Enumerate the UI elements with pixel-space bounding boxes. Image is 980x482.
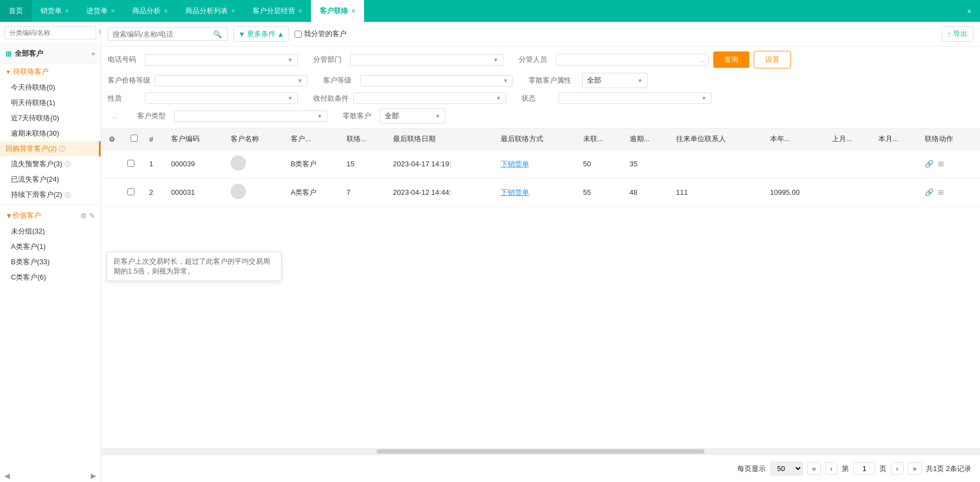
sidebar-item-b-class[interactable]: B类客户(33)	[0, 254, 101, 270]
filter-row-4: ... 客户类型 ▼ 零散客户 全部 ▼	[108, 108, 973, 124]
close-sales-order-icon[interactable]: ×	[65, 7, 69, 15]
scroll-thumb[interactable]	[377, 449, 705, 454]
search-input[interactable]	[113, 30, 211, 38]
row1-grid-icon[interactable]: ⊞	[938, 160, 944, 168]
row2-uncontacted: 55	[579, 178, 625, 207]
close-customer-contact-icon[interactable]: ×	[351, 7, 355, 15]
row1-last-date: 2023-04-17 14:19:	[389, 150, 496, 178]
col-checkbox[interactable]	[123, 129, 145, 150]
sidebar-collapse-button[interactable]: »	[91, 50, 95, 57]
row1-type: B类客户	[286, 150, 342, 178]
value-group-settings-icon[interactable]: ⚙	[80, 212, 87, 220]
export-button[interactable]: ↑ 导出	[942, 26, 974, 42]
select-all-checkbox[interactable]	[131, 135, 138, 142]
close-purchase-order-icon[interactable]: ×	[111, 7, 115, 15]
manager-field[interactable]: ...	[556, 54, 709, 66]
next-page-button[interactable]: ›	[891, 462, 903, 475]
pending-group-arrow-icon: ▼	[5, 69, 11, 75]
sidebar-item-today-pending[interactable]: 今天待联络(0)	[0, 80, 101, 95]
gender-field[interactable]: ▼	[145, 92, 298, 104]
row2-partner-contact: 111	[672, 178, 766, 207]
customer-level-arrow: ▼	[503, 78, 508, 84]
sidebar-item-lost[interactable]: 已流失客户(24)	[0, 172, 101, 187]
last-page-button[interactable]: »	[908, 462, 922, 475]
query-button[interactable]: 查询	[713, 51, 749, 68]
sidebar-divider	[0, 205, 101, 205]
row2-last-method[interactable]: 下销货单	[496, 178, 579, 207]
status-field[interactable]: ▼	[559, 92, 712, 104]
retail-customer-field[interactable]: 全部 ▼	[380, 108, 445, 124]
nav-customer-segmentation[interactable]: 客户分层经营 ×	[244, 0, 311, 22]
nav-customer-contact[interactable]: 客户联络 ×	[311, 0, 364, 22]
my-customers-checkbox-label[interactable]: 我分管的客户	[295, 29, 347, 39]
sidebar-value-group[interactable]: ▼ 价值客户 ⚙ ✎	[0, 207, 101, 224]
page-number-input[interactable]	[853, 462, 875, 475]
sidebar-item-overdue-pending[interactable]: 逾期未联络(30)	[0, 126, 101, 141]
row1-select-checkbox[interactable]	[127, 160, 134, 167]
row1-name	[226, 150, 286, 178]
horizontal-scrollbar[interactable]	[101, 448, 980, 455]
sidebar-item-ungroup[interactable]: 未分组(32)	[0, 224, 101, 239]
my-customers-checkbox[interactable]	[295, 31, 302, 38]
nav-sales-order[interactable]: 销货单 ×	[32, 0, 78, 22]
row2-this-year: 10995.00	[766, 178, 828, 207]
col-settings[interactable]: ⚙	[101, 129, 123, 150]
row2-checkbox[interactable]	[123, 178, 145, 207]
settings-button[interactable]: 设置	[754, 51, 791, 68]
row1-checkbox[interactable]	[123, 150, 145, 178]
row1-actions: 🔗 ⊞	[920, 150, 980, 178]
row2-link-icon[interactable]: 🔗	[925, 188, 934, 196]
retail-attr-field[interactable]: 全部 ▼	[582, 73, 648, 88]
row1-last-method[interactable]: 下销货单	[496, 150, 579, 178]
customer-level-field[interactable]: ▼	[360, 75, 513, 86]
sidebar-item-declining[interactable]: 持续下滑客户(2) ⓘ	[0, 187, 101, 202]
customer-type-field[interactable]: ▼	[174, 111, 327, 122]
price-level-field[interactable]: ▼	[155, 75, 308, 86]
close-all-tabs-button[interactable]: ×	[958, 0, 980, 22]
nav-home[interactable]: 首页	[0, 0, 32, 22]
close-product-analysis-icon[interactable]: ×	[164, 7, 168, 15]
row2-settings	[101, 178, 123, 207]
col-customer-type: 客户...	[286, 129, 342, 150]
per-page-select[interactable]: 50 20 100	[770, 462, 803, 475]
row2-last-month	[828, 178, 874, 207]
sidebar-nav-left-icon[interactable]: ◀	[4, 472, 10, 480]
row2-select-checkbox[interactable]	[127, 188, 134, 195]
per-page-label: 每页显示	[737, 464, 766, 474]
close-product-analysis-list-icon[interactable]: ×	[231, 7, 235, 15]
col-partner-contact: 往来单位联系人	[672, 129, 766, 150]
search-submit-icon[interactable]: 🔍	[213, 30, 222, 38]
pagination-bar: 每页显示 50 20 100 « ‹ 第 页 › » 共1页 2条记录	[101, 455, 980, 482]
nav-product-analysis-list[interactable]: 商品分析列表 ×	[177, 0, 244, 22]
row2-grid-icon[interactable]: ⊞	[938, 188, 944, 196]
status-arrow: ▼	[701, 95, 707, 101]
nav-purchase-order[interactable]: 进货单 ×	[78, 0, 124, 22]
value-group-edit-icon[interactable]: ✎	[89, 212, 95, 220]
more-conditions-button[interactable]: ▼ 更多条件 ▲	[233, 26, 289, 42]
retail-attr-arrow: ▼	[637, 78, 643, 84]
payment-field[interactable]: ▼	[353, 92, 506, 104]
category-search-input[interactable]	[4, 26, 96, 39]
filter-more-dots-button[interactable]: ...	[108, 110, 122, 122]
row1-link-icon[interactable]: 🔗	[925, 160, 934, 168]
sidebar-item-lost-warning[interactable]: 流失预警客户(3) ⓘ	[0, 156, 101, 172]
dept-field[interactable]: ▼	[350, 54, 503, 66]
nav-product-analysis[interactable]: 商品分析 ×	[124, 0, 177, 22]
row2-avatar	[231, 184, 246, 199]
prev-page-button[interactable]: ‹	[825, 462, 837, 475]
sidebar-item-a-class[interactable]: A类客户(1)	[0, 239, 101, 254]
phone-field[interactable]: ▼	[145, 54, 298, 66]
sidebar-nav-right-icon[interactable]: ▶	[91, 472, 96, 480]
row1-last-month	[828, 150, 874, 178]
first-page-button[interactable]: «	[807, 462, 821, 475]
col-this-year: 本年...	[766, 129, 828, 150]
sidebar-item-7days-pending[interactable]: 近7天待联络(0)	[0, 111, 101, 126]
sidebar-pending-group[interactable]: ▼ 待联络客户	[0, 63, 101, 80]
close-customer-segmentation-icon[interactable]: ×	[298, 7, 302, 15]
col-uncontacted: 未联...	[579, 129, 625, 150]
sidebar-item-repurchase-abnormal[interactable]: 回购异常客户(2) ⓘ	[0, 141, 101, 156]
sidebar-item-c-class[interactable]: C类客户(6)	[0, 270, 101, 285]
advanced-filter-panel: 电话号码 ▼ 分管部门 ▼ 分管人员 ... 查询 设置	[101, 47, 980, 129]
manager-field-dots: ...	[699, 56, 704, 63]
sidebar-item-tomorrow-pending[interactable]: 明天待联络(1)	[0, 95, 101, 111]
